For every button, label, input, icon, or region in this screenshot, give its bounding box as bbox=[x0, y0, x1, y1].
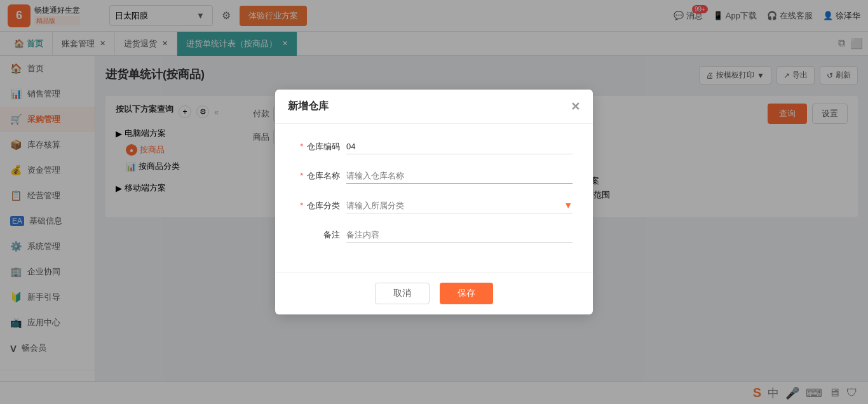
category-select-row[interactable]: ▼ bbox=[346, 198, 573, 213]
category-dropdown-icon: ▼ bbox=[564, 200, 573, 210]
form-row-category: * 仓库分类 ▼ bbox=[295, 198, 573, 213]
name-label: * 仓库名称 bbox=[295, 170, 346, 182]
modal-footer: 取消 保存 bbox=[275, 272, 593, 314]
add-warehouse-modal: 新增仓库 ✕ * 仓库编码 * 仓库名称 bbox=[275, 90, 593, 314]
form-row-name: * 仓库名称 bbox=[295, 168, 573, 184]
note-input[interactable] bbox=[346, 227, 573, 243]
modal-close-icon[interactable]: ✕ bbox=[571, 101, 580, 112]
modal-title: 新增仓库 bbox=[288, 100, 329, 113]
form-row-code: * 仓库编码 bbox=[295, 139, 573, 154]
note-label: 备注 bbox=[295, 229, 346, 241]
form-row-note: 备注 bbox=[295, 227, 573, 243]
category-input[interactable] bbox=[346, 201, 564, 210]
warehouse-code-input[interactable] bbox=[346, 139, 573, 154]
save-button[interactable]: 保存 bbox=[440, 283, 493, 304]
code-label: * 仓库编码 bbox=[295, 141, 346, 152]
modal-header: 新增仓库 ✕ bbox=[275, 90, 593, 124]
modal-body: * 仓库编码 * 仓库名称 * 仓库分类 bbox=[275, 124, 593, 272]
modal-overlay[interactable]: 新增仓库 ✕ * 仓库编码 * 仓库名称 bbox=[0, 0, 868, 404]
category-label: * 仓库分类 bbox=[295, 200, 346, 212]
warehouse-name-input[interactable] bbox=[346, 168, 573, 184]
cancel-button[interactable]: 取消 bbox=[375, 283, 430, 304]
